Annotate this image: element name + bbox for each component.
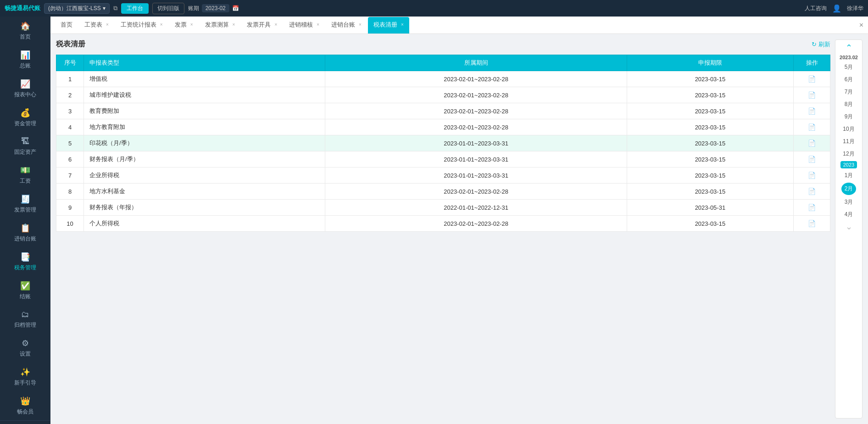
tab-check-close[interactable]: × — [317, 22, 319, 27]
month-item-11[interactable]: 11月 — [835, 135, 862, 148]
payroll-icon: 💵 — [20, 165, 30, 175]
month-item-7[interactable]: 7月 — [835, 86, 862, 98]
cell-action[interactable]: 📄 — [794, 103, 830, 119]
refresh-button[interactable]: ↻ 刷新 — [812, 40, 830, 49]
company-selector[interactable]: (勿动）江西服宝-LSS ▾ — [44, 3, 110, 14]
sidebar-item-assets[interactable]: 🏗 固定资产 — [0, 132, 50, 161]
sidebar-item-member[interactable]: 👑 畅会员 — [0, 391, 50, 420]
tab-payroll[interactable]: 工资表 × — [79, 17, 114, 33]
file-action-icon[interactable]: 📄 — [808, 139, 816, 147]
work-station-button[interactable]: 工作台 — [121, 3, 149, 14]
file-action-icon[interactable]: 📄 — [808, 156, 816, 163]
tab-payroll-stats[interactable]: 工资统计报表 × — [115, 17, 168, 33]
sidebar-item-guide[interactable]: ✨ 新手引导 — [0, 363, 50, 391]
col-no: 序号 — [56, 55, 84, 71]
tab-payroll-stats-close[interactable]: × — [160, 22, 163, 27]
refresh-label: 刷新 — [818, 40, 830, 49]
tab-bar: 首页 工资表 × 工资统计报表 × 发票 × 发票测算 × 发票开具 × — [50, 17, 868, 34]
table-row: 9财务报表（年报）2022-01-01~2022-12-312023-05-31… — [56, 200, 830, 216]
file-action-icon[interactable]: 📄 — [808, 91, 816, 99]
file-action-icon[interactable]: 📄 — [808, 204, 816, 211]
file-action-icon[interactable]: 📄 — [808, 220, 816, 227]
cell-action[interactable]: 📄 — [794, 119, 830, 135]
avatar-icon: 👤 — [832, 4, 841, 13]
cell-action[interactable]: 📄 — [794, 216, 830, 232]
refresh-icon: ↻ — [812, 41, 817, 48]
sidebar-item-ledger[interactable]: 📊 总账 — [0, 45, 50, 74]
tab-payroll-close[interactable]: × — [106, 22, 109, 27]
tab-invoice-calc-close[interactable]: × — [233, 22, 235, 27]
month-item-2-active[interactable]: 2月 — [841, 183, 856, 195]
sidebar-item-tax[interactable]: 📑 税务管理 — [0, 247, 50, 276]
file-action-icon[interactable]: 📄 — [808, 123, 816, 131]
switch-old-button[interactable]: 切到旧版 — [152, 3, 184, 14]
month-item-1[interactable]: 1月 — [835, 169, 862, 182]
tab-invoice-calc[interactable]: 发票测算 × — [200, 17, 241, 33]
tab-tax-list-close[interactable]: × — [401, 22, 404, 27]
tab-home[interactable]: 首页 — [55, 17, 78, 33]
support-link[interactable]: 人工咨询 — [805, 5, 827, 12]
table-row: 2城市维护建设税2023-02-01~2023-02-282023-03-15📄 — [56, 87, 830, 103]
month-item-4[interactable]: 4月 — [835, 208, 862, 221]
file-action-icon[interactable]: 📄 — [808, 172, 816, 179]
sidebar-item-reports[interactable]: 📈 报表中心 — [0, 74, 50, 103]
year-month-nav-up[interactable]: ⌃ — [846, 42, 852, 54]
sidebar-item-close[interactable]: ✅ 结账 — [0, 276, 50, 305]
cell-action[interactable]: 📄 — [794, 200, 830, 216]
month-item-3[interactable]: 3月 — [835, 196, 862, 208]
cell-no: 8 — [56, 184, 84, 200]
table-body: 1增值税2023-02-01~2023-02-282023-03-15📄2城市维… — [56, 71, 830, 232]
table-row: 5印花税（月/季）2023-01-01~2023-03-312023-03-15… — [56, 135, 830, 151]
cell-deadline: 2023-03-15 — [627, 103, 793, 119]
table-wrapper: 序号 申报表类型 所属期间 申报期限 操作 1增值税2023-02-01~202… — [56, 55, 830, 418]
cell-action[interactable]: 📄 — [794, 135, 830, 151]
cell-period: 2023-02-01~2023-02-28 — [325, 184, 627, 200]
sidebar-pin[interactable]: 📌 取消固定 — [0, 420, 50, 424]
cell-action[interactable]: 📄 — [794, 71, 830, 87]
year-2023-badge: 2023 — [840, 161, 857, 168]
file-action-icon[interactable]: 📄 — [808, 188, 816, 195]
cell-action[interactable]: 📄 — [794, 87, 830, 103]
cell-action[interactable]: 📄 — [794, 184, 830, 200]
sidebar-item-payroll[interactable]: 💵 工资 — [0, 161, 50, 190]
cell-period: 2023-02-01~2023-02-28 — [325, 71, 627, 87]
tab-tax-list[interactable]: 税表清册 × — [368, 17, 409, 33]
month-item-5[interactable]: 5月 — [835, 61, 862, 73]
tab-invoice[interactable]: 发票 × — [169, 17, 199, 33]
year-month-nav-down[interactable]: ⌄ — [846, 221, 852, 233]
cell-action[interactable]: 📄 — [794, 167, 830, 184]
sidebar-item-invoice[interactable]: 🧾 发票管理 — [0, 190, 50, 218]
tab-ledger[interactable]: 进销台账 × — [326, 17, 367, 33]
sidebar-item-home[interactable]: 🏠 首页 — [0, 17, 50, 45]
tab-home-label: 首页 — [61, 21, 72, 29]
cell-no: 6 — [56, 151, 84, 167]
month-item-10[interactable]: 10月 — [835, 123, 862, 135]
sidebar-item-funds[interactable]: 💰 资金管理 — [0, 103, 50, 132]
cell-action[interactable]: 📄 — [794, 151, 830, 167]
month-item-6[interactable]: 6月 — [835, 73, 862, 86]
tab-invoice-close[interactable]: × — [190, 22, 193, 27]
tab-bar-close-button[interactable]: × — [859, 21, 863, 29]
sidebar-label-payroll: 工资 — [20, 177, 31, 185]
tab-tax-list-label: 税表清册 — [373, 21, 397, 29]
cell-period: 2023-01-01~2023-03-31 — [325, 167, 627, 184]
file-action-icon[interactable]: 📄 — [808, 107, 816, 115]
cell-type: 增值税 — [84, 71, 325, 87]
sidebar-item-settings[interactable]: ⚙ 设置 — [0, 334, 50, 363]
file-action-icon[interactable]: 📄 — [808, 75, 816, 83]
cell-deadline: 2023-03-15 — [627, 119, 793, 135]
month-item-12[interactable]: 12月 — [835, 148, 862, 160]
tab-invoice-issue[interactable]: 发票开具 × — [241, 17, 283, 33]
tab-invoice-issue-close[interactable]: × — [274, 22, 277, 27]
tab-ledger-close[interactable]: × — [359, 22, 362, 27]
sidebar-label-funds: 资金管理 — [14, 120, 36, 128]
table-row: 7企业所得税2023-01-01~2023-03-312023-03-15📄 — [56, 167, 830, 184]
table-row: 8地方水利基金2023-02-01~2023-02-282023-03-15📄 — [56, 184, 830, 200]
sidebar-item-archive[interactable]: 🗂 归档管理 — [0, 305, 50, 334]
tab-payroll-stats-label: 工资统计报表 — [121, 21, 156, 29]
tab-check[interactable]: 进销稽核 × — [284, 17, 325, 33]
calendar-icon: 📅 — [232, 5, 239, 11]
month-item-9[interactable]: 9月 — [835, 111, 862, 123]
month-item-8[interactable]: 8月 — [835, 98, 862, 111]
sidebar-item-purchsale[interactable]: 📋 进销台账 — [0, 218, 50, 247]
